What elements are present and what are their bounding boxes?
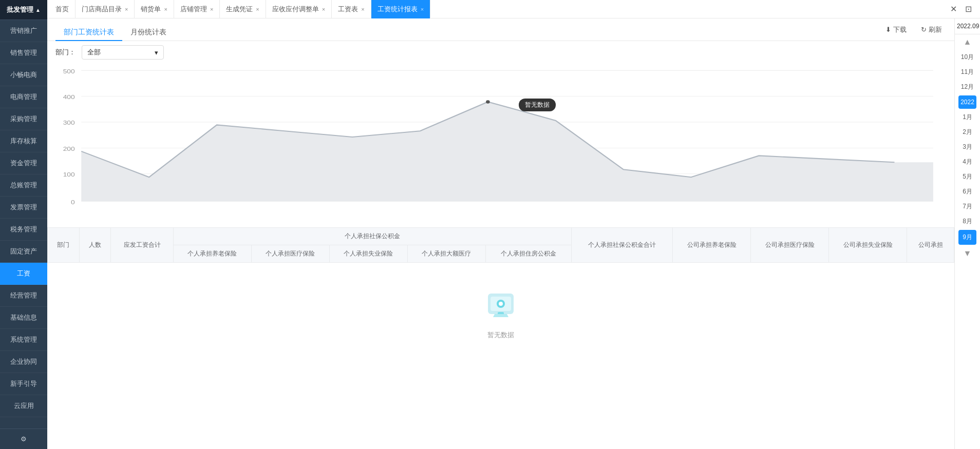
dept-filter-label: 部门：: [55, 48, 76, 57]
date-month-item-3[interactable]: 2022: [958, 95, 976, 109]
chevron-down-icon: ▾: [155, 49, 158, 56]
date-next-btn[interactable]: ▼: [955, 246, 980, 261]
sidebar-item-mini-ecom[interactable]: 小畅电商: [0, 64, 47, 86]
refresh-button[interactable]: ↻ 刷新: [917, 23, 946, 36]
sidebar-item-assets[interactable]: 固定资产: [0, 241, 47, 263]
svg-text:500: 500: [63, 68, 75, 74]
tab-home[interactable]: 首页: [49, 0, 76, 18]
tab-bar-end: ✕ ⊡: [948, 2, 978, 16]
sidebar-header[interactable]: 批发管理 ▲: [0, 0, 47, 20]
sidebar: 批发管理 ▲ 营销推广销售管理小畅电商电商管理采购管理库存核算资金管理总账管理发…: [0, 0, 47, 449]
refresh-label: 刷新: [929, 25, 942, 34]
date-month-item-12[interactable]: 9月: [958, 230, 976, 245]
content-area: 部门工资统计表 月份统计表 ⬇ 下载 ↻ 刷新 部门：: [47, 18, 980, 449]
tab-close-store-mgmt[interactable]: ×: [210, 6, 213, 12]
svg-point-13: [486, 100, 490, 103]
svg-text:0: 0: [71, 199, 75, 206]
restore-icon[interactable]: ⊡: [963, 2, 974, 16]
sidebar-item-basic[interactable]: 基础信息: [0, 307, 47, 329]
date-month-item-2[interactable]: 12月: [956, 80, 978, 94]
page-area: 部门工资统计表 月份统计表 ⬇ 下载 ↻ 刷新 部门：: [47, 18, 954, 449]
sidebar-item-sales[interactable]: 销售管理: [0, 42, 47, 64]
tab-close-payroll-sheet[interactable]: ×: [361, 6, 364, 12]
date-month-item-5[interactable]: 2月: [956, 125, 978, 140]
svg-text:400: 400: [63, 93, 75, 101]
th-headcount: 人数: [79, 228, 111, 263]
svg-marker-12: [81, 102, 933, 201]
th-personal-pension: 个人承担养老保险: [173, 245, 251, 263]
table-container[interactable]: 部门 人数 应发工资合计 个人承担社保公积金 个人承担社保公积金合计 公司承担养…: [47, 227, 954, 449]
sidebar-item-guide[interactable]: 新手引导: [0, 373, 47, 395]
sidebar-item-payroll[interactable]: 工资: [0, 263, 47, 285]
date-sidebar-title: 2022.09: [955, 18, 980, 34]
sidebar-item-purchase[interactable]: 采购管理: [0, 108, 47, 130]
sidebar-footer-settings[interactable]: ⚙: [0, 428, 47, 449]
tab-bar: 首页门店商品目录×销货单×店铺管理×生成凭证×应收应付调整单×工资表×工资统计报…: [47, 0, 980, 18]
sidebar-item-ecom-mgmt[interactable]: 电商管理: [0, 86, 47, 108]
tab-product-catalog[interactable]: 门店商品目录×: [76, 0, 135, 18]
date-month-item-10[interactable]: 7月: [956, 199, 978, 214]
filter-row: 部门： 全部 ▾: [47, 41, 954, 64]
sidebar-item-finance[interactable]: 资金管理: [0, 152, 47, 174]
svg-point-17: [499, 302, 503, 306]
sub-tab-monthly-stats[interactable]: 月份统计表: [122, 25, 175, 41]
date-month-item-8[interactable]: 5月: [956, 169, 978, 184]
svg-text:300: 300: [63, 119, 75, 126]
svg-marker-19: [493, 314, 508, 317]
sidebar-item-inventory[interactable]: 库存核算: [0, 130, 47, 152]
sidebar-item-system[interactable]: 系统管理: [0, 329, 47, 351]
tab-produce-cert[interactable]: 生成凭证×: [220, 0, 266, 18]
tab-payroll-report[interactable]: 工资统计报表×: [371, 0, 430, 18]
download-icon: ⬇: [885, 26, 891, 33]
sub-tab-dept-stats[interactable]: 部门工资统计表: [55, 25, 122, 41]
tab-store-mgmt[interactable]: 店铺管理×: [174, 0, 220, 18]
chart-container: 500 400 300 200 100 0: [47, 64, 954, 227]
main-area: 首页门店商品目录×销货单×店铺管理×生成凭证×应收应付调整单×工资表×工资统计报…: [47, 0, 980, 449]
empty-state: 暂无数据: [47, 263, 954, 360]
tab-close-product-catalog[interactable]: ×: [125, 6, 128, 12]
date-month-item-4[interactable]: 1月: [956, 110, 978, 125]
dept-select[interactable]: 全部 ▾: [82, 45, 164, 60]
svg-text:100: 100: [63, 171, 75, 178]
th-company-medical: 公司承担医疗保险: [751, 228, 829, 263]
tab-close-ap-adjust[interactable]: ×: [322, 6, 325, 12]
date-month-item-0[interactable]: 10月: [956, 50, 978, 65]
sidebar-item-enterprise[interactable]: 企业协同: [0, 351, 47, 373]
sidebar-item-operations[interactable]: 经营管理: [0, 285, 47, 307]
tab-ap-adjust[interactable]: 应收应付调整单×: [266, 0, 332, 18]
sidebar-item-cloud[interactable]: 云应用: [0, 395, 47, 417]
sub-tabs: 部门工资统计表 月份统计表: [47, 18, 873, 41]
date-month-item-6[interactable]: 3月: [956, 140, 978, 154]
th-company-pension: 公司承担养老保险: [673, 228, 751, 263]
sidebar-arrow-icon: ▲: [35, 7, 41, 13]
date-month-item-9[interactable]: 6月: [956, 184, 978, 199]
th-personal-major-medical: 个人承担大额医疗: [407, 245, 485, 263]
tab-close-payroll-report[interactable]: ×: [421, 6, 424, 12]
tab-close-produce-cert[interactable]: ×: [256, 6, 259, 12]
toolbar: ⬇ 下载 ↻ 刷新: [873, 19, 954, 41]
download-button[interactable]: ⬇ 下载: [881, 23, 911, 36]
close-all-icon[interactable]: ✕: [948, 2, 959, 16]
sidebar-item-ledger[interactable]: 总账管理: [0, 174, 47, 197]
dept-select-value: 全部: [87, 48, 101, 57]
th-total-salary: 应发工资合计: [111, 228, 174, 263]
date-prev-btn[interactable]: ▲: [955, 34, 980, 50]
th-personal-medical: 个人承担医疗保险: [251, 245, 329, 263]
sidebar-item-invoice[interactable]: 发票管理: [0, 197, 47, 219]
empty-icon: [480, 283, 521, 324]
sidebar-item-marketing[interactable]: 营销推广: [0, 20, 47, 42]
th-personal-total: 个人承担社保公积金合计: [572, 228, 673, 263]
tab-close-sales-order[interactable]: ×: [164, 6, 167, 12]
tab-sales-order[interactable]: 销货单×: [135, 0, 174, 18]
sidebar-title: 批发管理: [7, 5, 33, 14]
th-company-other: 公司承担: [907, 228, 954, 263]
date-sidebar: 2022.09 ▲ 10月11月12月20221月2月3月4月5月6月7月8月9…: [954, 18, 980, 449]
sidebar-item-tax[interactable]: 税务管理: [0, 219, 47, 241]
settings-icon: ⚙: [21, 435, 27, 443]
date-month-item-11[interactable]: 8月: [956, 214, 978, 229]
date-month-item-7[interactable]: 4月: [956, 154, 978, 169]
date-month-item-1[interactable]: 11月: [956, 65, 978, 80]
tab-payroll-sheet[interactable]: 工资表×: [332, 0, 371, 18]
data-table: 部门 人数 应发工资合计 个人承担社保公积金 个人承担社保公积金合计 公司承担养…: [47, 227, 954, 263]
svg-text:200: 200: [63, 145, 75, 152]
